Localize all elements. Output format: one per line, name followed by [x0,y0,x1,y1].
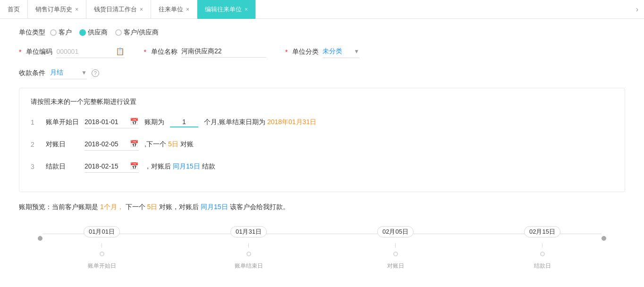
row-3-calendar-icon[interactable]: 📅 [130,162,139,170]
payment-condition-label: 收款条件 [19,69,45,77]
tab-close-sales-history[interactable]: × [75,6,78,13]
unit-category-select[interactable]: 未分类 ▼ [322,45,359,58]
row-1-label: 账单开始日 [46,118,79,127]
row-1-months-unit: 个月,账单结束日期为 2018年01月31日 [204,118,316,127]
page-content: 单位类型 客户 供应商 客户/供应商 * 单位编码 📋 [0,19,644,287]
payment-condition-row: 收款条件 月结 ▼ ? [19,67,625,79]
timeline-point-1: 01月01日 账单开始日 [28,226,175,270]
tab-home[interactable]: 首页 [0,0,28,19]
row-3-date-field: 📅 [85,160,139,173]
preview-text: 账期预览：当前客户账期是 1个月， 下一个 5日 对账，对账后 同月15日 该客… [19,202,625,212]
row-1-separator: 账期为 [144,118,164,127]
row-1-calendar-icon[interactable]: 📅 [130,118,139,126]
unit-name-label: 单位名称 [151,48,178,56]
timeline: 01月01日 账单开始日 01月31日 账单结束日 02月05日 对账日 02月… [19,221,625,275]
unit-fields-row: * 单位编码 📋 * 单位名称 * 单位分类 未分类 ▼ [19,45,625,58]
tab-close-edit-partner[interactable]: × [245,6,248,13]
row-2-highlight: 5日 [168,140,178,149]
payment-condition-select[interactable]: 月结 ▼ [50,67,87,79]
timeline-point-2: 01月31日 账单结束日 [175,226,322,270]
payment-condition-value: 月结 [50,68,78,77]
timeline-label-3: 02月05日 [377,226,414,237]
unit-code-label: 单位编码 [26,48,52,56]
tab-partners[interactable]: 往来单位 × [151,0,197,19]
row-2-date-input[interactable] [85,140,127,148]
setting-row-2: 2 对账日 📅 ,下一个 5日 对账 [31,138,613,151]
unit-category-group: * 单位分类 未分类 ▼ [285,45,359,58]
row-2-date-field: 📅 [85,138,139,151]
tab-close-partners[interactable]: × [186,6,189,13]
unit-category-value: 未分类 [322,47,351,56]
tabs-scroll-right[interactable]: › [630,5,644,14]
timeline-label-1: 01月01日 [84,226,120,237]
timeline-sublabel-2: 账单结束日 [235,262,263,270]
unit-name-group: * 单位名称 [144,46,266,58]
setting-row-3: 3 结款日 📅 ，对账后 同月15日 结款 [31,160,613,173]
preview-date: 5日 [147,203,157,211]
preview-months: 1个月， [100,203,124,211]
tabs-bar: 首页 销售订单历史 × 钱货日清工作台 × 往来单位 × 编辑往来单位 × › [0,0,644,19]
radio-customer-circle [50,29,57,36]
unit-code-calendar-icon[interactable]: 📋 [116,47,125,56]
section-title: 请按照未来的一个完整帐期进行设置 [31,98,613,106]
timeline-label-4: 02月15日 [524,226,560,237]
timeline-point-3: 02月05日 对账日 [322,226,469,270]
tab-sales-history[interactable]: 销售订单历史 × [28,0,86,19]
row-1-date-field: 📅 [85,116,139,128]
unit-category-chevron-icon: ▼ [354,48,359,55]
payment-condition-chevron-icon: ▼ [81,69,87,76]
row-3-date-input[interactable] [85,162,127,170]
radio-supplier[interactable]: 供应商 [79,28,108,37]
timeline-label-2: 01月31日 [230,226,267,237]
row-1-date-input[interactable] [85,118,127,126]
row-3-number: 3 [31,163,40,170]
unit-name-input[interactable] [181,46,266,58]
row-2-calendar-icon[interactable]: 📅 [130,140,139,148]
unit-code-field: 📋 [56,45,125,58]
timeline-sublabel-1: 账单开始日 [88,262,116,270]
tab-close-cash-work[interactable]: × [140,6,143,13]
row-1-number: 1 [31,118,40,126]
unit-code-group: * 单位编码 📋 [19,45,125,58]
setting-section: 请按照未来的一个完整帐期进行设置 1 账单开始日 📅 账期为 个月,账单结束日期… [19,88,625,192]
row-3-desc: ，对账后 同月15日 结款 [144,162,215,171]
row-1-end-date: 2018年01月31日 [267,118,316,127]
help-icon[interactable]: ? [92,69,99,77]
setting-row-1: 1 账单开始日 📅 账期为 个月,账单结束日期为 2018年01月31日 [31,116,613,128]
preview-final: 同月15日 [201,203,228,211]
tab-edit-partner[interactable]: 编辑往来单位 × [197,0,256,19]
row-2-label: 对账日 [46,140,79,149]
radio-customer-supplier-circle [115,29,122,36]
row-3-label: 结款日 [46,162,79,171]
timeline-sublabel-3: 对账日 [387,262,404,270]
radio-customer-supplier[interactable]: 客户/供应商 [115,28,159,37]
radio-supplier-circle [79,29,86,36]
row-1-months-input[interactable] [170,117,198,127]
unit-type-radio-group: 客户 供应商 客户/供应商 [50,28,159,37]
unit-code-input[interactable] [56,48,113,55]
row-3-highlight: 同月15日 [173,162,200,171]
unit-type-label: 单位类型 [19,28,45,37]
row-2-desc: ,下一个 5日 对账 [144,140,194,149]
tab-cash-work[interactable]: 钱货日清工作台 × [86,0,151,19]
unit-type-row: 单位类型 客户 供应商 客户/供应商 [19,28,625,37]
row-2-number: 2 [31,141,40,148]
timeline-point-4: 02月15日 结款日 [469,226,616,270]
timeline-sublabel-4: 结款日 [534,262,551,270]
radio-customer[interactable]: 客户 [50,28,72,37]
unit-category-label: 单位分类 [292,48,319,56]
